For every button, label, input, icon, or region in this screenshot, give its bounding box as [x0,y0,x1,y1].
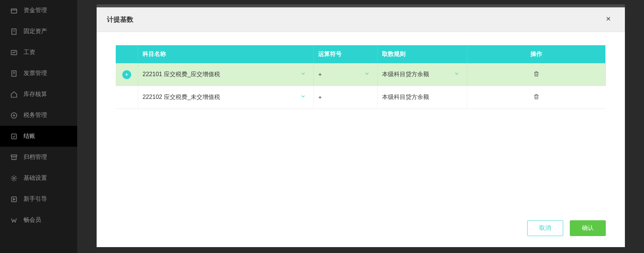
chevron-down-icon [300,93,306,101]
subject-cell[interactable]: 222101 应交税费_应交增值税 [138,63,314,86]
building-icon [10,28,18,35]
add-row-button[interactable]: + [122,70,131,79]
plus-icon: + [125,72,128,78]
chart-icon [10,49,18,56]
operator-cell[interactable]: + [314,86,377,109]
provision-table: 科目名称 运算符号 取数规则 操作 + [116,45,606,109]
action-cell [467,63,605,86]
sidebar-item-label: 畅会员 [24,216,41,224]
confirm-button[interactable]: 确认 [570,220,606,236]
checkout-icon [10,133,18,140]
sidebar-item-closing[interactable]: 结账 [0,126,77,147]
sidebar-item-inventory[interactable]: 库存核算 [0,84,77,105]
sidebar-item-label: 结账 [24,132,35,140]
modal-footer: 取消 确认 [97,213,625,247]
modal-title: 计提基数 [107,15,133,24]
operator-value: + [318,71,321,78]
sidebar-item-label: 固定资产 [24,28,47,35]
svg-point-7 [13,177,15,179]
receipt-icon [10,70,18,77]
sidebar-item-salary[interactable]: 工资 [0,42,77,63]
table-row: 222102 应交税费_未交增值税 + [116,86,606,109]
home-icon [10,91,18,98]
member-icon [10,217,18,224]
sidebar-item-fixed-assets[interactable]: 固定资产 [0,21,77,42]
close-button[interactable] [602,13,615,26]
add-cell: + [116,63,138,86]
modal-dialog: 计提基数 科目名称 运算符号 取数规则 操作 [97,4,625,247]
svg-rect-8 [11,197,16,202]
action-cell [467,86,605,109]
trash-icon [533,73,540,78]
table-header-action: 操作 [467,45,605,63]
archive-icon [10,154,18,161]
rule-cell[interactable]: 本级科目贷方余额 [377,63,467,86]
subject-value: 222102 应交税费_未交增值税 [143,93,220,101]
operator-cell[interactable]: + [314,63,377,86]
chevron-down-icon [454,71,460,78]
cancel-button[interactable]: 取消 [527,220,563,236]
sidebar-item-invoice[interactable]: 发票管理 [0,63,77,84]
chevron-down-icon [300,71,306,78]
table-header-add [116,45,138,63]
delete-row-button[interactable] [532,92,541,103]
sidebar-item-guide[interactable]: 新手引导 [0,189,77,210]
sidebar-item-label: 资金管理 [24,7,47,14]
svg-rect-5 [11,134,16,139]
delete-row-button[interactable] [532,69,541,80]
sidebar-item-label: 归档管理 [24,153,47,161]
sidebar-item-archive[interactable]: 归档管理 [0,147,77,168]
sidebar-item-label: 新手引导 [24,195,47,203]
subject-value: 222101 应交税费_应交增值税 [143,71,220,78]
rule-value: 本级科目贷方余额 [382,71,429,78]
sidebar-item-member[interactable]: 畅会员 [0,210,77,231]
add-cell [116,86,138,109]
sidebar-item-funds[interactable]: 资金管理 [0,0,77,21]
close-icon [605,15,612,24]
table-row: + 222101 应交税费_应交增值税 [116,63,606,86]
svg-rect-1 [12,29,16,34]
sidebar-item-label: 库存核算 [24,90,47,98]
modal-overlay: 计提基数 科目名称 运算符号 取数规则 操作 [77,0,644,253]
guide-icon [10,196,18,203]
rule-value: 本级科目贷方余额 [382,93,429,101]
table-header-rule: 取数规则 [377,45,467,63]
sidebar-item-label: 发票管理 [24,70,47,77]
wallet-icon [10,7,18,14]
tax-icon [10,112,18,119]
sidebar-item-label: 基础设置 [24,174,47,182]
svg-rect-0 [11,9,17,13]
rule-cell[interactable]: 本级科目贷方余额 [377,86,467,109]
trash-icon [533,96,540,101]
sidebar: 资金管理 固定资产 工资 发票管理 库存核算 税务管理 结账 [0,0,77,253]
sidebar-item-label: 工资 [24,49,35,56]
operator-value: + [318,94,321,101]
svg-rect-6 [11,155,17,156]
sidebar-item-tax[interactable]: 税务管理 [0,105,77,126]
table-header-subject: 科目名称 [138,45,314,63]
modal-body: 科目名称 运算符号 取数规则 操作 + [97,32,625,213]
chevron-down-icon [364,71,370,78]
subject-cell[interactable]: 222102 应交税费_未交增值税 [138,86,314,109]
gear-icon [10,175,18,182]
table-header-operator: 运算符号 [314,45,377,63]
sidebar-item-settings[interactable]: 基础设置 [0,168,77,189]
modal-header: 计提基数 [97,7,625,32]
sidebar-item-label: 税务管理 [24,111,47,119]
